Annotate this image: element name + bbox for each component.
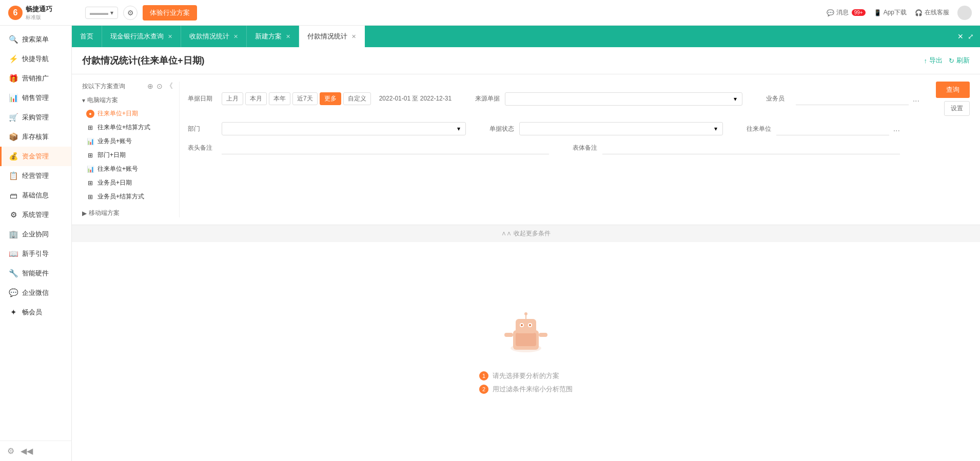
- sidebar-item-basic[interactable]: 🗃 基础信息: [0, 186, 71, 205]
- sidebar-item-guide[interactable]: 📖 新手引导: [0, 244, 71, 264]
- header-note-input[interactable]: [222, 142, 549, 154]
- empty-text: 1 请先选择要分析的方案 2 用过滤条件来缩小分析范围: [479, 371, 573, 394]
- export-icon: ↑: [924, 57, 928, 65]
- close-window-icon[interactable]: ✕: [957, 32, 964, 41]
- collapse-icon: ∧∧: [501, 230, 513, 237]
- date-btn-custom[interactable]: 自定义: [343, 92, 371, 105]
- partner-dots[interactable]: ...: [893, 124, 900, 133]
- salesman-dots[interactable]: ...: [913, 94, 919, 104]
- scheme-panel-actions: ⊕ ⊙ 《: [147, 82, 173, 91]
- tab-receipt-close[interactable]: ✕: [233, 33, 238, 40]
- add-scheme-icon[interactable]: ⊕: [147, 82, 153, 90]
- query-button[interactable]: 查询: [936, 82, 970, 98]
- sidebar-item-wechat[interactable]: 💬 企业微信: [0, 283, 71, 303]
- bar-icon: 📊: [86, 165, 94, 173]
- sidebar-footer: ⚙ ◀◀: [0, 440, 71, 461]
- source-select[interactable]: ▾: [505, 92, 742, 106]
- chart-icon: 📊: [86, 137, 94, 146]
- footer-collapse-icon[interactable]: ◀◀: [21, 446, 33, 456]
- table3-icon: ⊞: [86, 193, 94, 201]
- sidebar-item-purchase[interactable]: 🛒 采购管理: [0, 108, 71, 127]
- scheme-panel-title: 按以下方案查询: [82, 82, 125, 91]
- message-badge: 99+: [852, 9, 866, 16]
- online-service-item[interactable]: 🎧 在线客服: [915, 8, 949, 17]
- maximize-window-icon[interactable]: ⤢: [968, 32, 974, 41]
- top-right: 💬 消息 99+ 📱 App下载 🎧 在线客服: [827, 6, 972, 20]
- operation-icon: 📋: [9, 171, 18, 181]
- dept-select[interactable]: ▾: [222, 122, 466, 135]
- avatar[interactable]: [957, 6, 972, 20]
- refresh-icon: ↻: [949, 57, 954, 65]
- scheme-item-dept-date[interactable]: ⊞ 部门+日期: [82, 148, 173, 162]
- mobile-scheme-group[interactable]: ▶ 移动端方案: [82, 209, 173, 217]
- tab-bank[interactable]: 现金银行流水查询 ✕: [102, 26, 181, 47]
- trial-button[interactable]: 体验行业方案: [143, 5, 197, 21]
- tab-bar: 首页 现金银行流水查询 ✕ 收款情况统计 ✕ 新建方案 ✕ 付款情况统计 ✕ ✕…: [72, 26, 980, 47]
- system-icon: ⚙: [9, 210, 18, 219]
- export-button[interactable]: ↑ 导出: [924, 56, 943, 65]
- tab-new-scheme[interactable]: 新建方案 ✕: [247, 26, 299, 47]
- date-filter-label: 单据日期: [188, 94, 213, 103]
- sales-icon: 📊: [9, 93, 18, 103]
- date-btn-this-year[interactable]: 本年: [269, 92, 290, 105]
- sidebar-item-member[interactable]: ✦ 畅会员: [0, 303, 71, 322]
- refresh-button[interactable]: ↻ 刷新: [949, 56, 970, 65]
- sidebar-item-corp[interactable]: 🏢 企业协同: [0, 225, 71, 244]
- message-item[interactable]: 💬 消息 99+: [827, 8, 866, 17]
- svg-rect-2: [516, 333, 536, 346]
- sidebar-item-hardware[interactable]: 🔧 智能硬件: [0, 264, 71, 283]
- logo-icon: 6: [8, 6, 23, 20]
- salesman-input[interactable]: [796, 92, 909, 105]
- collapse-scheme-icon[interactable]: 《: [166, 82, 173, 91]
- footer-settings-icon[interactable]: ⚙: [7, 446, 14, 456]
- date-btn-7days[interactable]: 近7天: [292, 92, 318, 105]
- date-buttons: 上月 本月 本年 近7天 更多 自定义: [222, 92, 371, 105]
- svg-rect-3: [516, 319, 536, 333]
- search-icon: 🔍: [9, 35, 18, 44]
- app-download-item[interactable]: 📱 App下载: [874, 8, 907, 17]
- settings-scheme-icon[interactable]: ⊙: [156, 82, 163, 90]
- sidebar-item-system[interactable]: ⚙ 系统管理: [0, 205, 71, 225]
- filter-area: 单据日期 上月 本月 本年 近7天 更多 自定义 2022-01-01 至 20…: [180, 82, 970, 217]
- service-icon: 🎧: [915, 9, 923, 16]
- desktop-scheme-group[interactable]: ▾ 电脑端方案: [82, 96, 173, 105]
- scheme-item-salesman-date[interactable]: ⊞ 业务员+日期: [82, 176, 173, 190]
- tab-home[interactable]: 首页: [72, 26, 102, 47]
- scheme-item-salesman-settle[interactable]: ⊞ 业务员+结算方式: [82, 190, 173, 204]
- empty-tip-2: 2 用过滤条件来缩小分析范围: [479, 385, 573, 394]
- company-dropdown[interactable]: ▬▬▬ ▾: [85, 7, 118, 19]
- sidebar-item-search[interactable]: 🔍 搜索菜单: [0, 30, 71, 49]
- tab-receipt[interactable]: 收款情况统计 ✕: [181, 26, 247, 47]
- sidebar-item-marketing[interactable]: 🎁 营销推广: [0, 69, 71, 88]
- member-icon: ✦: [9, 308, 18, 317]
- inventory-icon: 📦: [9, 132, 18, 142]
- content-area: 首页 现金银行流水查询 ✕ 收款情况统计 ✕ 新建方案 ✕ 付款情况统计 ✕ ✕…: [72, 26, 980, 461]
- collapse-bar[interactable]: ∧∧ 收起更多条件: [72, 225, 980, 242]
- scheme-item-unit-settle[interactable]: ⊞ 往来单位+结算方式: [82, 121, 173, 134]
- page-actions: ↑ 导出 ↻ 刷新: [924, 56, 970, 72]
- sidebar-item-inventory[interactable]: 📦 库存核算: [0, 127, 71, 147]
- date-btn-more[interactable]: 更多: [320, 92, 341, 105]
- sidebar-item-sales[interactable]: 📊 销售管理: [0, 88, 71, 108]
- partner-input[interactable]: [776, 123, 889, 135]
- tab-bank-close[interactable]: ✕: [168, 33, 172, 40]
- settings-small-button[interactable]: 设置: [944, 101, 970, 116]
- body-note-input[interactable]: [602, 142, 900, 154]
- scheme-item-unit-date[interactable]: ● 往来单位+日期: [82, 107, 173, 121]
- app-icon: 📱: [874, 9, 881, 16]
- settings-btn[interactable]: ⚙: [123, 6, 138, 20]
- tab-payment-close[interactable]: ✕: [351, 33, 356, 40]
- sidebar-item-fund[interactable]: 💰 资金管理: [0, 147, 71, 166]
- scheme-item-salesman-account[interactable]: 📊 业务员+账号: [82, 134, 173, 148]
- sidebar-item-quick-nav[interactable]: ⚡ 快捷导航: [0, 49, 71, 69]
- doc-status-select[interactable]: ▾: [519, 122, 722, 135]
- tab-payment[interactable]: 付款情况统计 ✕: [299, 26, 365, 47]
- date-btn-this-month[interactable]: 本月: [245, 92, 267, 105]
- hardware-icon: 🔧: [9, 269, 18, 278]
- scheme-item-unit-account[interactable]: 📊 往来单位+账号: [82, 162, 173, 176]
- tab-new-scheme-close[interactable]: ✕: [286, 33, 290, 40]
- date-btn-last-month[interactable]: 上月: [222, 92, 243, 105]
- sidebar-item-operation[interactable]: 📋 经营管理: [0, 166, 71, 186]
- page-header: 付款情况统计(往来单位+日期) ↑ 导出 ↻ 刷新: [72, 47, 980, 74]
- partner-filter-label: 往来单位: [747, 125, 772, 133]
